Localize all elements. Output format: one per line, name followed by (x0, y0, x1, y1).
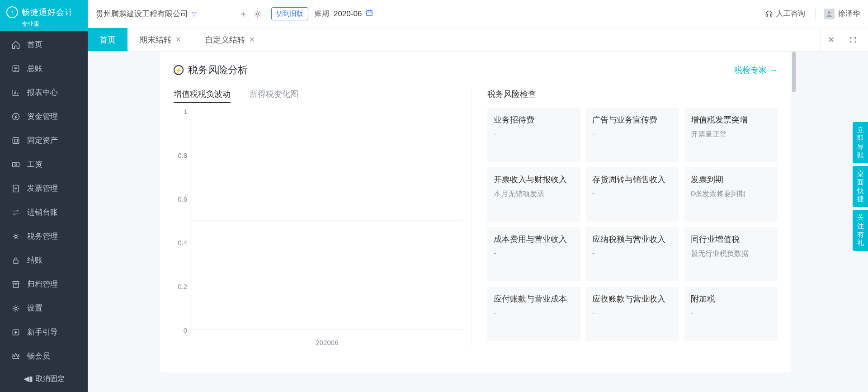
chevron-down-icon: ▽ (192, 10, 197, 18)
risk-title: 税务风险检查 (487, 89, 778, 99)
risk-card-value: - (691, 309, 771, 317)
brand-sub: 专业版 (0, 20, 88, 31)
bolt-icon: ⚡ (174, 65, 184, 75)
grid-line (192, 221, 462, 221)
mini-tab-income-tax[interactable]: 所得税变化图 (250, 89, 298, 103)
svg-rect-14 (367, 10, 372, 16)
sidebar-item-label: 报表中心 (27, 87, 58, 98)
mini-tab-vat[interactable]: 增值税税负波动 (174, 89, 231, 103)
risk-card-value: 暂无行业税负数据 (691, 249, 771, 259)
risk-check-area: 税务风险检查 业务招待费-广告与业务宣传费-增值税发票突增开票量正常开票收入与财… (472, 89, 778, 346)
sidebar-item-label: 总账 (27, 63, 42, 74)
svg-point-7 (15, 235, 17, 237)
close-icon[interactable]: ✕ (249, 35, 255, 44)
risk-card[interactable]: 业务招待费- (487, 108, 580, 162)
plot-area (192, 111, 462, 330)
sticky-actions: 立即导账 桌面快捷 关注有礼 (853, 122, 868, 254)
tab-custom-close[interactable]: 自定义结转 ✕ (193, 28, 267, 51)
sidebar-item-tax[interactable]: 税务管理 (0, 224, 88, 248)
tab-home[interactable]: 首页 (88, 28, 127, 51)
avatar-icon (824, 9, 835, 19)
risk-card-value: - (592, 249, 673, 257)
risk-card-title: 附加税 (691, 294, 771, 304)
period-value: 2020-06 (334, 9, 362, 19)
sidebar-item-label: 结账 (27, 255, 42, 265)
risk-card-value: 开票量正常 (691, 130, 771, 139)
user-name: 徐泽华 (838, 9, 860, 19)
scrollbar[interactable] (792, 52, 796, 392)
sidebar-unpin[interactable]: ◀▮取消固定 (0, 368, 88, 392)
risk-card[interactable]: 应收账款与营业收入- (586, 287, 679, 341)
risk-card-title: 应付账款与营业成本 (494, 294, 574, 304)
asset-icon (11, 136, 21, 145)
risk-card-title: 应纳税额与营业收入 (592, 234, 673, 245)
svg-point-15 (828, 11, 830, 14)
risk-card-value: - (494, 249, 574, 257)
tax-expert-link[interactable]: 税检专家 → (734, 65, 778, 76)
sidebar-item-purchase-sale[interactable]: 进销台账 (0, 200, 88, 224)
company-selector[interactable]: 贵州腾越建设工程有限公司 ▽ (96, 9, 236, 19)
invoice-icon (11, 184, 21, 193)
risk-card[interactable]: 广告与业务宣传费- (586, 108, 679, 162)
topbar: 贵州腾越建设工程有限公司 ▽ ＋ 切到旧版 账期 2020-06 人工咨询 徐泽… (88, 0, 868, 28)
tab-label: 期末结转 (139, 34, 172, 45)
logo-icon: ↑ (6, 6, 18, 18)
sidebar-item-funds[interactable]: 资金管理 (0, 104, 88, 128)
settings-button[interactable] (250, 7, 265, 21)
risk-card-title: 同行业增值税 (691, 234, 771, 245)
arrow-right-icon: → (769, 66, 778, 75)
tab-label: 自定义结转 (205, 34, 245, 45)
sidebar-item-vip[interactable]: 畅会员 (0, 344, 88, 368)
risk-card[interactable]: 同行业增值税暂无行业税负数据 (684, 227, 778, 281)
sidebar-item-archive[interactable]: 归档管理 (0, 272, 88, 296)
sidebar-item-settings[interactable]: 设置 (0, 296, 88, 320)
chart-area: 增值税税负波动 所得税变化图 1 0.8 0.6 0.4 0.2 0 (174, 89, 472, 346)
sidebar-item-invoice[interactable]: 发票管理 (0, 176, 88, 200)
risk-card[interactable]: 附加税- (684, 287, 778, 341)
sidebar-item-reports[interactable]: 报表中心 (0, 80, 88, 104)
sidebar-item-ledger[interactable]: 总账 (0, 57, 88, 80)
sidebar-item-salary[interactable]: 工资 (0, 152, 88, 176)
sticky-desktop[interactable]: 桌面快捷 (853, 166, 868, 207)
tab-period-close[interactable]: 期末结转 ✕ (127, 28, 193, 51)
sidebar-item-close[interactable]: 结账 (0, 248, 88, 272)
sidebar-item-home[interactable]: 首页 (0, 33, 88, 57)
sidebar-item-label: 税务管理 (27, 231, 58, 241)
old-version-button[interactable]: 切到旧版 (271, 7, 308, 20)
fullscreen-button[interactable] (842, 28, 863, 52)
sidebar-item-label: 发票管理 (27, 183, 58, 194)
risk-card[interactable]: 存货周转与销售收入- (586, 167, 679, 222)
calendar-icon[interactable] (365, 9, 373, 19)
sidebar-item-label: 资金管理 (27, 111, 58, 122)
sidebar: ↑ 畅捷通好会计 专业版 首页 总账 报表中心 资金管理 固定资产 工资 (0, 0, 88, 392)
sidebar-item-guide[interactable]: 新手引导 (0, 320, 88, 344)
risk-card[interactable]: 开票收入与财报收入本月无销项发票 (487, 167, 580, 222)
risk-card-title: 业务招待费 (494, 115, 574, 125)
ledger-icon (11, 64, 21, 73)
scrollbar-thumb[interactable] (792, 52, 796, 92)
user-menu[interactable]: 徐泽华 (824, 9, 860, 19)
risk-card-title: 增值税发票突增 (691, 115, 771, 125)
support-link[interactable]: 人工咨询 (764, 9, 805, 19)
play-icon (11, 328, 21, 337)
sidebar-item-label: 新手引导 (27, 327, 58, 337)
sidebar-item-label: 归档管理 (27, 279, 58, 289)
sidebar-item-assets[interactable]: 固定资产 (0, 128, 88, 152)
company-name: 贵州腾越建设工程有限公司 (96, 9, 188, 19)
sidebar-footer-label: 取消固定 (36, 375, 65, 383)
risk-card[interactable]: 应付账款与营业成本- (487, 287, 580, 341)
close-all-tabs[interactable]: ✕ (820, 28, 842, 52)
risk-card[interactable]: 增值税发票突增开票量正常 (684, 108, 778, 162)
risk-card-value: - (592, 130, 673, 138)
risk-card[interactable]: 成本费用与营业收入- (487, 227, 580, 281)
vat-chart: 1 0.8 0.6 0.4 0.2 0 202006 (174, 111, 462, 346)
risk-card[interactable]: 应纳税额与营业收入- (586, 227, 679, 281)
y-tick: 0 (184, 326, 187, 334)
sticky-import[interactable]: 立即导账 (853, 122, 868, 163)
close-icon[interactable]: ✕ (175, 35, 181, 44)
sticky-follow[interactable]: 关注有礼 (853, 210, 868, 251)
risk-card-value: 本月无销项发票 (494, 189, 574, 199)
risk-card-value: - (592, 309, 673, 317)
risk-card[interactable]: 发票到期0张发票将要到期 (684, 167, 778, 222)
add-button[interactable]: ＋ (236, 7, 250, 21)
